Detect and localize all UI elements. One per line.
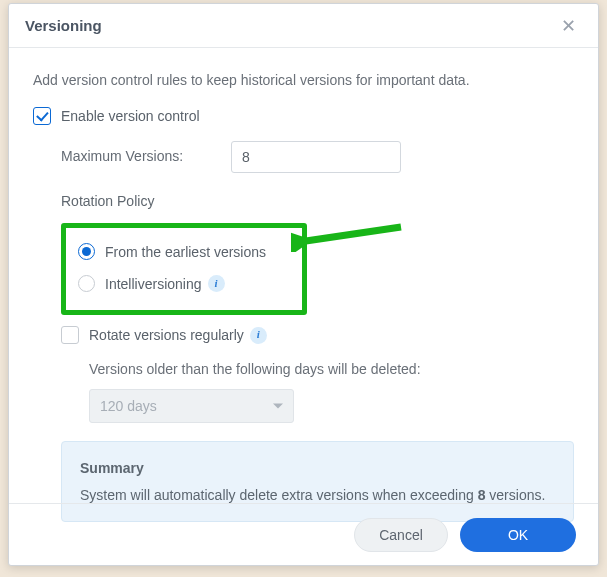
chevron-down-icon xyxy=(273,404,283,409)
rotation-policy-label: Rotation Policy xyxy=(61,191,574,211)
info-icon[interactable]: i xyxy=(250,327,267,344)
policy-earliest-row[interactable]: From the earliest versions xyxy=(78,238,290,266)
enable-version-control-row: Enable version control xyxy=(33,106,574,126)
summary-heading: Summary xyxy=(80,458,555,478)
dialog-body: Add version control rules to keep histor… xyxy=(9,48,598,522)
dialog-footer: Cancel OK xyxy=(9,503,598,565)
max-versions-row: Maximum Versions: xyxy=(61,141,574,173)
titlebar: Versioning ✕ xyxy=(9,4,598,48)
days-select-value: 120 days xyxy=(100,396,157,416)
summary-suffix: versions. xyxy=(485,487,545,503)
rotation-policy-group: From the earliest versions Intelliversio… xyxy=(61,223,307,315)
ok-button[interactable]: OK xyxy=(460,518,576,552)
enable-version-control-checkbox[interactable] xyxy=(33,107,51,125)
info-icon[interactable]: i xyxy=(208,275,225,292)
dialog-description: Add version control rules to keep histor… xyxy=(33,70,574,90)
max-versions-label: Maximum Versions: xyxy=(61,146,231,166)
enable-version-control-label: Enable version control xyxy=(61,106,200,126)
close-icon[interactable]: ✕ xyxy=(555,11,582,41)
policy-earliest-radio[interactable] xyxy=(78,243,95,260)
rotate-subsection: Versions older than the following days w… xyxy=(61,359,574,423)
policy-earliest-label: From the earliest versions xyxy=(105,242,266,262)
policy-intelliversioning-label: Intelliversioning xyxy=(105,274,202,294)
cancel-button[interactable]: Cancel xyxy=(354,518,448,552)
policy-intelliversioning-radio[interactable] xyxy=(78,275,95,292)
enable-subsection: Maximum Versions: Rotation Policy From t… xyxy=(33,141,574,522)
summary-prefix: System will automatically delete extra v… xyxy=(80,487,478,503)
policy-intelliversioning-row[interactable]: Intelliversioning i xyxy=(78,270,290,298)
versioning-dialog: Versioning ✕ Add version control rules t… xyxy=(8,3,599,566)
rotate-regularly-checkbox[interactable] xyxy=(61,326,79,344)
rotate-regularly-label: Rotate versions regularly xyxy=(89,325,244,345)
rotate-regularly-row: Rotate versions regularly i xyxy=(61,325,574,345)
older-than-desc: Versions older than the following days w… xyxy=(89,359,574,379)
days-select: 120 days xyxy=(89,389,294,423)
max-versions-input[interactable] xyxy=(231,141,401,173)
dialog-title: Versioning xyxy=(25,17,555,34)
